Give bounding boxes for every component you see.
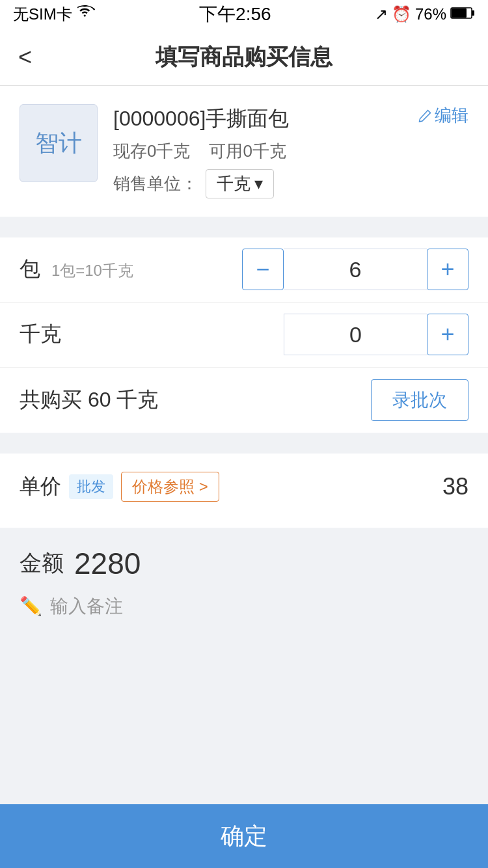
location-icon: ↗ — [375, 5, 388, 23]
amount-section: 金额 2280 ✏️ 输入备注 — [0, 528, 488, 632]
carrier-text: 无SIM卡 — [13, 4, 72, 25]
divider-1 — [0, 227, 488, 237]
product-top-row: [0000006]手撕面包 编辑 — [113, 104, 468, 140]
svg-rect-2 — [452, 8, 467, 18]
main-content: 无SIM卡 下午2:56 ↗ ⏰ 76% < 填写商品购买信息 智计 [0000… — [0, 0, 488, 868]
divider-2 — [0, 443, 488, 454]
pack-decrement-button[interactable]: − — [242, 249, 284, 290]
remark-placeholder: 输入备注 — [50, 594, 123, 619]
pack-sublabel: 1包=10千克 — [51, 262, 133, 279]
batch-button[interactable]: 录批次 — [371, 379, 468, 421]
alarm-icon: ⏰ — [392, 5, 411, 23]
page-title: 填写商品购买信息 — [156, 42, 332, 72]
price-ref-button[interactable]: 价格参照 > — [121, 472, 219, 502]
remark-row[interactable]: ✏️ 输入备注 — [20, 594, 468, 619]
price-left: 单价 批发 价格参照 > — [20, 472, 219, 502]
summary-text: 共购买 60 千克 — [20, 386, 158, 414]
edit-button[interactable]: 编辑 — [418, 104, 468, 127]
quantity-section: 包 1包=10千克 − + 千克 + — [0, 237, 488, 368]
product-logo: 智计 — [35, 128, 82, 159]
unit-label: 销售单位： — [113, 172, 198, 195]
wifi-icon — [77, 5, 96, 23]
price-value: 38 — [442, 473, 468, 500]
product-unit-row: 销售单位： 千克 ▾ — [113, 169, 468, 198]
empty-space — [0, 632, 488, 814]
pack-qty-controls: − + — [242, 249, 468, 290]
status-left: 无SIM卡 — [13, 4, 96, 25]
price-section: 单价 批发 价格参照 > 38 — [0, 454, 488, 528]
pack-qty-row: 包 1包=10千克 − + — [0, 237, 488, 303]
product-info: [0000006]手撕面包 编辑 现存0千克 可用0千克 销售单位： 千克 ▾ — [113, 104, 468, 198]
pack-label: 包 1包=10千克 — [20, 255, 150, 284]
confirm-text: 确定 — [221, 821, 267, 852]
amount-label: 金额 — [20, 549, 64, 578]
status-right: ↗ ⏰ 76% — [375, 5, 475, 23]
kg-qty-input[interactable] — [284, 314, 427, 355]
kg-qty-row: 千克 + — [0, 303, 488, 368]
status-time: 下午2:56 — [199, 2, 271, 27]
price-row: 单价 批发 价格参照 > 38 — [20, 472, 468, 502]
battery-text: 76% — [415, 5, 446, 23]
amount-row: 金额 2280 — [20, 546, 468, 581]
kg-increment-button[interactable]: + — [427, 314, 468, 355]
confirm-bar[interactable]: 确定 — [0, 804, 488, 868]
battery-icon — [450, 5, 475, 23]
product-image: 智计 — [20, 104, 98, 182]
pencil-icon: ✏️ — [20, 595, 42, 617]
summary-row: 共购买 60 千克 录批次 — [0, 368, 488, 433]
price-label: 单价 — [20, 472, 61, 501]
kg-qty-controls: + — [284, 314, 468, 355]
amount-value: 2280 — [74, 546, 141, 581]
unit-select[interactable]: 千克 ▾ — [206, 169, 274, 198]
nav-bar: < 填写商品购买信息 — [0, 29, 488, 86]
svg-rect-1 — [472, 10, 474, 16]
product-stock: 现存0千克 可用0千克 — [113, 140, 468, 163]
status-bar: 无SIM卡 下午2:56 ↗ ⏰ 76% — [0, 0, 488, 29]
product-card: 智计 [0000006]手撕面包 编辑 现存0千克 可用0千克 销售单位： 千克… — [0, 86, 488, 217]
back-button[interactable]: < — [18, 44, 32, 71]
pack-qty-input[interactable] — [284, 249, 427, 290]
product-name: [0000006]手撕面包 — [113, 104, 289, 133]
kg-label: 千克 — [20, 320, 150, 349]
pack-increment-button[interactable]: + — [427, 249, 468, 290]
tag-batch: 批发 — [69, 474, 113, 499]
dropdown-icon: ▾ — [254, 174, 263, 194]
